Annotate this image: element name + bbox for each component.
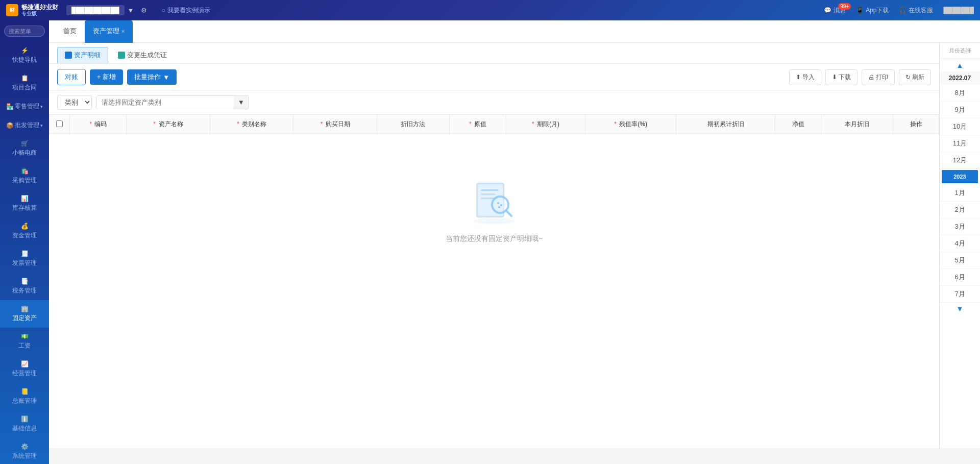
sidebar-item-salary[interactable]: 💵 工资 xyxy=(0,328,49,355)
category-dropdown-button[interactable]: ▼ xyxy=(234,96,249,109)
month-item-8[interactable]: 8月 xyxy=(940,85,980,102)
asset-table: * 编码 * 资产名称 * 类别名称 xyxy=(49,114,939,284)
month-item-7[interactable]: 7月 xyxy=(940,286,980,303)
table-header-code: * 编码 xyxy=(70,115,127,134)
app-subtitle: 专业版 xyxy=(21,11,58,17)
sidebar-item-invoice[interactable]: 🧾 发票管理 xyxy=(0,245,49,273)
sidebar-item-tax[interactable]: 📑 税务管理 xyxy=(0,273,49,300)
month-nav-bottom: ▼ xyxy=(940,303,980,315)
sidebar-item-system[interactable]: ⚙️ 系统管理 xyxy=(0,438,49,464)
month-item-9[interactable]: 9月 xyxy=(940,102,980,118)
company-selector[interactable]: ███████████ ▼ ⚙ xyxy=(66,5,157,15)
demo-link[interactable]: ○ 我要看实例演示 xyxy=(161,6,210,15)
top-bar-right: 💬 消息 99+ 📱 App下载 🎧 在线客服 ███████ xyxy=(824,6,974,15)
batch-arrow-icon: ▼ xyxy=(163,74,169,81)
month-panel-header: 月份选择 xyxy=(940,43,980,59)
sidebar-item-retail[interactable]: 🏪 零售管理 ▾ xyxy=(0,97,49,116)
user-button[interactable]: ███████ xyxy=(943,7,974,14)
page-content: 资产明细 变更生成凭证 对账 + 新增 批量操 xyxy=(49,43,939,449)
month-item-4[interactable]: 4月 xyxy=(940,235,980,252)
subtab-asset-detail[interactable]: 资产明细 xyxy=(57,47,108,63)
sidebar-item-ledger[interactable]: 📒 总账管理 xyxy=(0,383,49,410)
company-name: ███████████ xyxy=(66,5,125,15)
tab-asset-management[interactable]: 资产管理 × xyxy=(85,20,133,43)
sidebar-item-wholesale[interactable]: 📦 批发管理 ▾ xyxy=(0,116,49,135)
empty-state: 当前您还没有固定资产明细哦~ xyxy=(50,134,939,284)
sidebar-item-fixed-assets[interactable]: 🏢 固定资产 xyxy=(0,300,49,328)
month-nav: ▲ xyxy=(940,59,980,71)
sub-tabs: 资产明细 变更生成凭证 xyxy=(49,43,939,64)
download-button[interactable]: ⬇ 下载 xyxy=(825,69,857,85)
message-badge: 99+ xyxy=(838,3,851,10)
sidebar-item-purchase[interactable]: 🛍️ 采购管理 xyxy=(0,162,49,190)
sidebar-item-finance[interactable]: 💰 资金管理 xyxy=(0,217,49,245)
month-item-2[interactable]: 2月 xyxy=(940,202,980,218)
main-layout: ⚡ 快捷导航 📋 项目合同 🏪 零售管理 ▾ 📦 批发管理 ▾ 🛒 小畅电商 🛍… xyxy=(0,20,980,464)
company-dropdown-icon[interactable]: ▼ xyxy=(128,7,134,14)
sidebar-item-inventory[interactable]: 📊 库存核算 xyxy=(0,190,49,217)
year-2023-badge: 2023 xyxy=(942,170,978,184)
sidebar-item-basic-info[interactable]: ℹ️ 基础信息 xyxy=(0,410,49,438)
month-item-6[interactable]: 6月 xyxy=(940,269,980,286)
add-button[interactable]: + 新增 xyxy=(90,69,123,85)
svg-point-0 xyxy=(474,218,514,224)
table-header-period: * 期限(月) xyxy=(506,115,585,134)
voucher-change-icon xyxy=(118,52,125,59)
month-item-11[interactable]: 11月 xyxy=(940,135,980,152)
table-header-accumulated-depreciation: 期初累计折旧 xyxy=(676,115,775,134)
svg-point-7 xyxy=(494,199,506,211)
table-header-residual-rate: * 残值率(%) xyxy=(585,115,676,134)
month-year-display: 2022.07 xyxy=(940,71,980,85)
table-header-net-value: 净值 xyxy=(775,115,821,134)
tab-bar: 首页 资产管理 × xyxy=(49,20,980,43)
table-header-category: * 类别名称 xyxy=(210,115,293,134)
bottom-bar xyxy=(49,449,980,464)
tab-close-icon[interactable]: × xyxy=(121,28,125,34)
empty-illustration xyxy=(463,175,525,226)
message-button[interactable]: 💬 消息 99+ xyxy=(824,6,846,15)
table-header-depreciation-method: 折旧方法 xyxy=(377,115,450,134)
sidebar-search-wrap xyxy=(0,20,49,42)
settings-icon[interactable]: ⚙ xyxy=(141,7,147,14)
content-area: 首页 资产管理 × 资产明细 变更生成凭证 xyxy=(49,20,980,464)
month-nav-down-button[interactable]: ▼ xyxy=(957,305,964,313)
app-download-button[interactable]: 📱 App下载 xyxy=(856,6,889,15)
sidebar-item-ecommerce[interactable]: 🛒 小畅电商 xyxy=(0,135,49,162)
category-input[interactable] xyxy=(96,96,234,109)
online-service-button[interactable]: 🎧 在线客服 xyxy=(899,6,933,15)
import-button[interactable]: ⬆ 导入 xyxy=(789,69,821,85)
sidebar: ⚡ 快捷导航 📋 项目合同 🏪 零售管理 ▾ 📦 批发管理 ▾ 🛒 小畅电商 🛍… xyxy=(0,20,49,464)
asset-detail-icon xyxy=(65,52,72,59)
toolbar-right: ⬆ 导入 ⬇ 下载 🖨 打印 ↻ 刷新 xyxy=(789,69,931,85)
sidebar-item-management[interactable]: 📈 经营管理 xyxy=(0,355,49,383)
month-item-10[interactable]: 10月 xyxy=(940,118,980,135)
category-filter-select[interactable]: 类别 xyxy=(57,95,92,110)
table-header-name: * 资产名称 xyxy=(127,115,210,134)
tab-home[interactable]: 首页 xyxy=(55,20,85,43)
logo-icon: 财 xyxy=(6,4,18,16)
month-item-3[interactable]: 3月 xyxy=(940,218,980,235)
table-header-purchase-date: * 购买日期 xyxy=(293,115,377,134)
svg-point-11 xyxy=(498,206,500,208)
svg-rect-3 xyxy=(481,189,499,191)
print-button[interactable]: 🖨 打印 xyxy=(862,69,895,85)
refresh-button[interactable]: ↻ 刷新 xyxy=(899,69,931,85)
filter-row: 类别 ▼ xyxy=(49,91,939,114)
table-header-original-value: * 原值 xyxy=(449,115,506,134)
subtab-voucher-change[interactable]: 变更生成凭证 xyxy=(110,47,175,63)
month-nav-up-button[interactable]: ▲ xyxy=(957,61,964,69)
sidebar-item-quick-nav[interactable]: ⚡ 快捷导航 xyxy=(0,42,49,69)
search-input[interactable] xyxy=(4,26,45,37)
batch-button[interactable]: 批量操作 ▼ xyxy=(127,69,177,85)
select-all-checkbox[interactable] xyxy=(56,120,63,127)
month-item-12[interactable]: 12月 xyxy=(940,152,980,169)
reconcile-button[interactable]: 对账 xyxy=(57,69,86,85)
month-item-1[interactable]: 1月 xyxy=(940,185,980,202)
svg-point-9 xyxy=(497,202,499,204)
table-header-checkbox xyxy=(50,115,70,134)
svg-point-10 xyxy=(500,204,502,206)
category-input-wrap: ▼ xyxy=(96,95,249,109)
toolbar: 对账 + 新增 批量操作 ▼ ⬆ 导入 xyxy=(49,64,939,91)
month-item-5[interactable]: 5月 xyxy=(940,252,980,269)
sidebar-item-project[interactable]: 📋 项目合同 xyxy=(0,69,49,97)
